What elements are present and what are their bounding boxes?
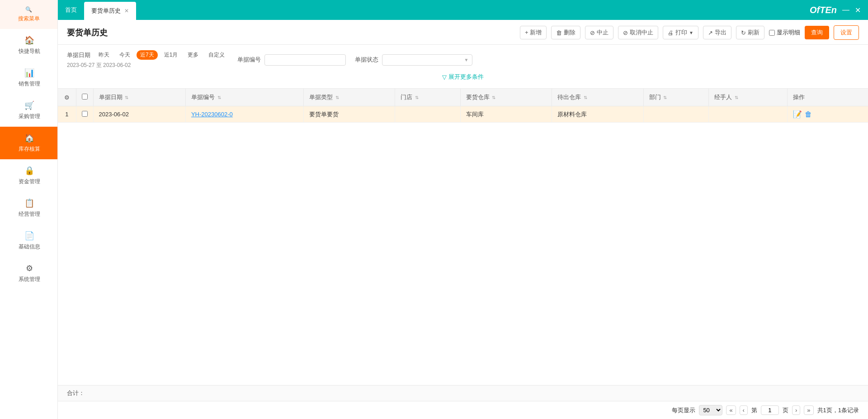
- sidebar-item-label: 基础信息: [19, 243, 40, 251]
- col-settings: ⚙: [58, 89, 76, 106]
- sidebar-item-system[interactable]: ⚙ 系统管理: [0, 257, 57, 290]
- print-icon: 🖨: [668, 29, 674, 36]
- print-button[interactable]: 🖨 打印 ▼: [663, 26, 698, 39]
- stop-button[interactable]: ⊘ 中止: [585, 26, 613, 39]
- sidebar-item-label: 系统管理: [19, 276, 40, 283]
- page-title-row: 要货单历史 + 新增 🗑 删除 ⊘ 中止 ⊘ 取消中止 🖨: [67, 25, 859, 40]
- sidebar-item-search-menu[interactable]: 🔍 搜索菜单: [0, 0, 57, 29]
- cell-store: [395, 106, 460, 123]
- query-button[interactable]: 查询: [805, 26, 829, 39]
- sidebar-item-base-info[interactable]: 📄 基础信息: [0, 224, 57, 257]
- row-num: 1: [58, 106, 76, 123]
- sidebar-item-quick-nav[interactable]: 🏠 快捷导航: [0, 29, 57, 62]
- minimize-icon[interactable]: —: [842, 6, 849, 14]
- first-page-button[interactable]: «: [726, 405, 736, 415]
- per-page-select[interactable]: 50 10 20 100: [699, 405, 722, 415]
- sidebar-item-purchase[interactable]: 🛒 采购管理: [0, 94, 57, 127]
- table-header-row: ⚙ 单据日期 ⇅ 单据编号 ⇅ 单据类型 ⇅: [58, 89, 868, 106]
- cancel-stop-label: 取消中止: [630, 29, 653, 37]
- status-select[interactable]: [386, 57, 462, 63]
- date-pill-yesterday[interactable]: 昨天: [95, 50, 113, 60]
- print-dropdown-icon: ▼: [689, 30, 693, 35]
- tab-order-history-label: 要货单历史: [91, 7, 121, 15]
- prev-page-button[interactable]: ‹: [740, 405, 748, 415]
- sum-label: 合计：: [67, 389, 85, 397]
- cell-action: 📝 🗑: [787, 106, 868, 123]
- sort-icon: ⇅: [335, 95, 339, 100]
- col-department: 部门 ⇅: [643, 89, 708, 106]
- export-icon: ↗: [708, 29, 713, 36]
- sidebar-item-operations[interactable]: 📋 经营管理: [0, 192, 57, 224]
- doc-icon: 📄: [24, 231, 34, 241]
- sort-icon: ⇅: [584, 95, 587, 100]
- sidebar-item-label: 快捷导航: [19, 48, 40, 55]
- cell-pending-warehouse: 原材料仓库: [552, 106, 644, 123]
- sidebar-item-label: 采购管理: [19, 113, 40, 120]
- export-label: 导出: [715, 29, 726, 37]
- order-no-filter: 单据编号: [237, 54, 346, 66]
- sidebar-item-label: 搜索菜单: [18, 15, 40, 23]
- page-label: 第: [751, 406, 757, 414]
- sidebar-item-inventory[interactable]: 🏠 库存核算: [0, 127, 57, 159]
- date-pill-1month[interactable]: 近1月: [160, 50, 182, 60]
- display-detail-checkbox[interactable]: [769, 30, 775, 36]
- cancel-stop-button[interactable]: ⊘ 取消中止: [618, 26, 658, 39]
- col-handler: 经手人 ⇅: [709, 89, 787, 106]
- row-checkbox[interactable]: [82, 111, 88, 117]
- refresh-button[interactable]: ↻ 刷新: [736, 26, 764, 39]
- date-pill-today[interactable]: 今天: [116, 50, 134, 60]
- expand-more-btn[interactable]: ▽ 展开更多条件: [67, 71, 859, 83]
- cell-req-warehouse: 车间库: [460, 106, 552, 123]
- order-no-input[interactable]: [264, 54, 346, 66]
- last-page-button[interactable]: »: [804, 405, 813, 415]
- cell-handler: [709, 106, 787, 123]
- col-order-type: 单据类型 ⇅: [303, 89, 395, 106]
- row-checkbox-cell[interactable]: [76, 106, 93, 123]
- sort-icon: ⇅: [663, 95, 667, 100]
- close-window-icon[interactable]: ✕: [855, 6, 861, 14]
- tab-order-history[interactable]: 要货单历史 ✕: [84, 2, 136, 20]
- display-detail-toggle[interactable]: 显示明细: [769, 29, 800, 37]
- new-button[interactable]: + 新增: [520, 26, 547, 39]
- cancel-stop-icon: ⊘: [623, 29, 628, 36]
- select-all-checkbox[interactable]: [82, 94, 88, 100]
- delete-button[interactable]: 🗑 删除: [551, 26, 580, 39]
- next-page-button[interactable]: ›: [792, 405, 800, 415]
- edit-icon[interactable]: 📝: [793, 110, 802, 119]
- settings-label: 设置: [840, 29, 852, 36]
- cart-icon: 🛒: [24, 100, 34, 110]
- sidebar-item-sales[interactable]: 📊 销售管理: [0, 62, 57, 94]
- date-range-display: 2023-05-27 至 2023-06-02: [67, 62, 228, 69]
- data-table: ⚙ 单据日期 ⇅ 单据编号 ⇅ 单据类型 ⇅: [58, 89, 868, 123]
- topbar-right: OfTEn — ✕: [806, 5, 868, 15]
- clipboard-icon: 📋: [24, 198, 34, 208]
- col-checkbox: [76, 89, 93, 106]
- action-icons: 📝 🗑: [793, 110, 863, 119]
- pagination: 每页显示 50 10 20 100 « ‹ 第 页 › » 共1页，1条记录: [58, 401, 868, 419]
- export-button[interactable]: ↗ 导出: [703, 26, 731, 39]
- sort-icon: ⇅: [217, 95, 221, 100]
- date-pill-more[interactable]: 更多: [184, 50, 202, 60]
- tab-home[interactable]: 首页: [58, 0, 84, 20]
- status-select-wrapper[interactable]: ▼: [382, 54, 472, 66]
- date-pill-custom[interactable]: 自定义: [205, 50, 228, 60]
- total-records-label: 共1页，1条记录: [817, 406, 859, 414]
- page-input[interactable]: [761, 405, 779, 415]
- settings-col-icon[interactable]: ⚙: [64, 94, 70, 101]
- settings-button[interactable]: 设置: [834, 25, 859, 40]
- delete-row-icon[interactable]: 🗑: [805, 110, 812, 119]
- sidebar-item-finance[interactable]: 🔒 资金管理: [0, 159, 57, 192]
- table-area: ⚙ 单据日期 ⇅ 单据编号 ⇅ 单据类型 ⇅: [58, 89, 868, 385]
- cell-order-no[interactable]: YH-20230602-0: [185, 106, 303, 123]
- tab-close-icon[interactable]: ✕: [124, 8, 129, 14]
- home-icon: 🏠: [24, 35, 34, 45]
- stop-icon: ⊘: [590, 29, 595, 36]
- col-req-warehouse: 要货仓库 ⇅: [460, 89, 552, 106]
- date-pills: 昨天 今天 近7天 近1月 更多 自定义: [95, 50, 228, 60]
- date-filter-group: 单据日期 昨天 今天 近7天 近1月 更多 自定义 2023-05-27 至 2…: [67, 50, 228, 69]
- date-filter-label: 单据日期: [67, 51, 90, 59]
- gear-icon: ⚙: [26, 263, 33, 273]
- date-pill-7days[interactable]: 近7天: [137, 50, 158, 60]
- sort-icon: ⇅: [735, 95, 738, 100]
- order-no-link[interactable]: YH-20230602-0: [191, 111, 233, 118]
